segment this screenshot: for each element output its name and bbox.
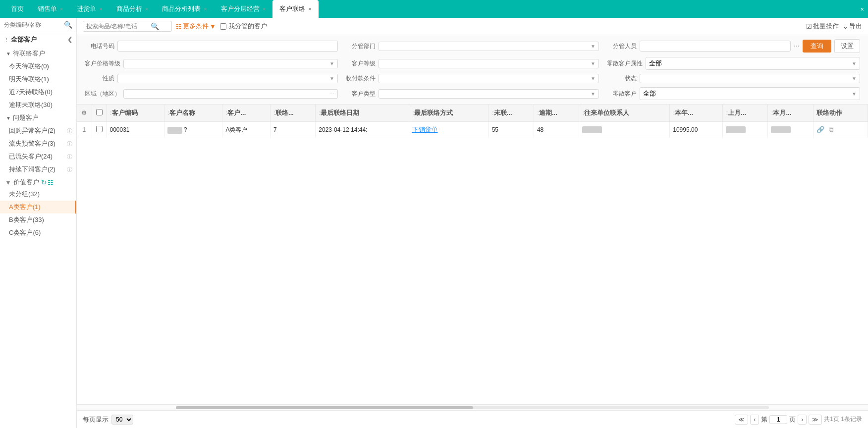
next-page-button[interactable]: › [798,415,807,425]
col-header-last-contact-method: :最后联络方式 [409,105,488,122]
filter-right-actions: ☑ 批量操作 ⇓ 导出 [806,22,862,31]
col-header-check[interactable] [92,105,107,122]
sidebar-overdue-pending[interactable]: 逾期未联络(30) [0,99,76,111]
prev-page-button[interactable]: ‹ [750,415,759,425]
sidebar-b-class[interactable]: B类客户(33) [0,214,76,226]
value-customer-group[interactable]: ▼ 价值客户 ↻ ☷ [0,176,76,188]
close-all-button[interactable]: × [860,5,864,13]
scroll-thumb[interactable] [176,406,473,409]
customer-level-chevron-icon: ▼ [591,61,596,66]
problem-customer-group[interactable]: ▼ 问题客户 [0,111,76,124]
row-this-year-cell: 10995.00 [670,122,723,138]
row-no-contact-cell: 55 [488,122,534,138]
sidebar-churn-warning[interactable]: 流失预警客户(3) ⓘ [0,137,76,150]
page-size-select[interactable]: 50 [111,415,133,425]
nature-chevron-icon: ▼ [329,76,334,81]
sidebar-repurchase-abnormal[interactable]: 回购异常客户(2) ⓘ [0,124,76,137]
refresh-icon[interactable]: ↻ [41,179,47,186]
collapse-icon[interactable]: ❮ [67,36,72,43]
nav-product-analysis[interactable]: 商品分析 × [109,0,155,18]
first-page-button[interactable]: ≪ [735,415,748,425]
contact-method-link[interactable]: 下销货单 [412,126,438,133]
row-check-cell[interactable] [92,122,107,138]
more-filter-button[interactable]: ☷ 更多条件 ▼ [176,22,216,31]
nav-customer-contact[interactable]: 客户联络 × [272,0,318,18]
manager-dots-icon[interactable]: ⋯ [794,43,800,50]
sidebar-c-class[interactable]: C类客户(6) [0,226,76,239]
sidebar-tomorrow-pending[interactable]: 明天待联络(1) [0,73,76,86]
row-checkbox[interactable] [96,126,103,132]
nav-sales[interactable]: 销售单 × [31,0,70,18]
action-link-icon[interactable]: 🔗 [816,126,824,133]
nature-select[interactable]: ▼ [117,74,338,83]
info-icon4: ⓘ [67,166,72,173]
export-button[interactable]: ⇓ 导出 [843,22,862,31]
row-last-contact-method-cell[interactable]: 下销货单 [409,122,488,138]
col-header-no-contact: :未联... [488,105,534,122]
retail-attr-chevron-icon: ▼ [852,61,857,66]
status-select[interactable]: ▼ [640,74,860,83]
filter-row-region: 区域（地区） ⋯ [85,87,338,100]
customer-table: ⚙ :客户编码 :客户名称 :客户... :联络... :最后联络日期 :最后联… [77,105,868,138]
dept-select[interactable]: ▼ [379,42,599,51]
payment-select[interactable]: ▼ [379,74,599,83]
filter-icon: ☷ [176,23,182,30]
total-info: 共1页 1条记录 [824,415,862,424]
nav-home[interactable]: 首页 [4,0,31,18]
col-header-gear[interactable]: ⚙ [77,105,92,122]
price-level-select[interactable]: ▼ [123,59,338,68]
sidebar-churned[interactable]: 已流失客户(24) ⓘ [0,150,76,163]
horizontal-scrollbar[interactable] [77,404,868,410]
chevron-down-icon: ▼ [210,23,216,30]
retail-attr-select[interactable]: 全部 ▼ [646,57,860,70]
export-icon: ⇓ [843,23,848,30]
nav-product-list[interactable]: 商品分析列表 × [155,0,214,18]
page-number-input[interactable] [769,415,787,424]
sidebar-search-icon[interactable]: 🔍 [64,21,72,29]
close-customer-contact-tab[interactable]: × [308,6,311,12]
filter-search-input[interactable] [86,23,151,30]
close-product-list-tab[interactable]: × [204,6,207,12]
sidebar-declining[interactable]: 持续下滑客户(2) ⓘ [0,163,76,176]
phone-label: 电话号码 [85,42,114,51]
query-button[interactable]: 查询 [803,40,831,53]
sidebar-today-pending[interactable]: 今天待联络(0) [0,60,76,73]
sidebar-search-input[interactable] [4,21,64,28]
manager-input[interactable] [640,41,791,52]
close-purchase-tab[interactable]: × [99,6,102,12]
close-product-analysis-tab[interactable]: × [145,6,148,12]
retail-chevron-icon: ▼ [852,91,857,97]
retail-select[interactable]: 全部 ▼ [640,87,860,100]
nav-customer-tier[interactable]: 客户分层经营 × [214,0,272,18]
col-header-last-contact-date: :最后联络日期 [316,105,409,122]
close-sales-tab[interactable]: × [60,6,63,12]
action-grid-icon[interactable]: ⧉ [829,126,833,133]
batch-op-button[interactable]: ☑ 批量操作 [806,22,839,31]
sidebar-7days-pending[interactable]: 近7天待联络(0) [0,86,76,99]
arrow-down-icon: ▼ [6,51,11,56]
all-customers-header[interactable]: ⋮ 全部客户 ❮ [0,32,76,47]
sidebar-a-class[interactable]: A类客户(1) [0,201,76,214]
phone-input[interactable] [117,41,338,52]
nav-purchase[interactable]: 进货单 × [70,0,109,18]
add-icon[interactable]: ☷ [48,179,54,186]
sidebar-unclassified[interactable]: 未分组(32) [0,188,76,201]
customer-type-label: 客户类型 [346,90,376,98]
customer-level-select[interactable]: ▼ [379,59,599,68]
settings-button[interactable]: 设置 [834,39,860,53]
filter-row-retail: 零散客户 全部 ▼ [607,87,860,100]
filter-search-icon[interactable]: 🔍 [151,22,159,30]
region-select[interactable]: ⋯ [123,89,338,99]
select-all-checkbox[interactable] [96,109,103,115]
my-customer-checkbox[interactable] [220,23,226,30]
filter-row-retail-attr: 零散客户属性 全部 ▼ [607,57,860,70]
col-header-this-month: :本月... [768,105,813,122]
my-customer-checkbox-label[interactable]: 我分管的客户 [220,22,267,31]
customer-level-label: 客户等级 [346,59,376,68]
customer-type-select[interactable]: ▼ [379,89,599,99]
col-header-this-year: :本年... [670,105,723,122]
row-gear-cell: 1 [77,122,92,138]
last-page-button[interactable]: ≫ [809,415,822,425]
pending-contact-group[interactable]: ▼ 待联络客户 [0,47,76,60]
close-customer-tier-tab[interactable]: × [263,6,266,12]
